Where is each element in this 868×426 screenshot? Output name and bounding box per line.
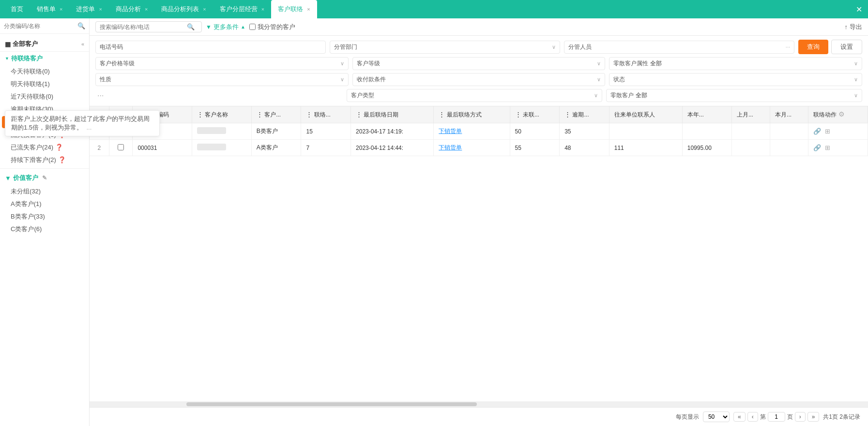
customer-type-filter[interactable]: 客户类型 ∨ bbox=[347, 89, 603, 102]
action-grid-icon[interactable]: ⊞ bbox=[825, 128, 830, 135]
sidebar-item-today-contact[interactable]: 今天待联络(0) bbox=[0, 65, 89, 78]
cell-year-amount bbox=[682, 123, 731, 140]
nav-purchase[interactable]: 进货单 × bbox=[69, 0, 108, 18]
phone-filter[interactable]: 电话号码 bbox=[95, 41, 326, 54]
sidebar-all-customers-header[interactable]: ▦ 全部客户 « bbox=[0, 37, 89, 52]
query-button[interactable]: 查询 bbox=[798, 40, 828, 54]
sidebar-collapse-btn[interactable]: « bbox=[81, 41, 84, 47]
export-btn[interactable]: ↑ 导出 bbox=[845, 23, 863, 31]
nav-home[interactable]: 首页 bbox=[4, 0, 30, 18]
action-grid-icon2[interactable]: ⊞ bbox=[825, 144, 830, 151]
action-link-icon2[interactable]: 🔗 bbox=[813, 144, 821, 151]
col-contact-person[interactable]: 往来单位联系人 bbox=[609, 106, 682, 123]
prev-page-btn[interactable]: ‹ bbox=[747, 412, 758, 422]
col-name[interactable]: ⋮ 客户名称 bbox=[192, 106, 252, 123]
filter-icon: ▼ bbox=[206, 24, 212, 30]
my-customer-checkbox[interactable] bbox=[249, 24, 256, 30]
search-input[interactable] bbox=[100, 24, 187, 30]
sidebar-search-input[interactable] bbox=[4, 23, 77, 29]
page-unit-label: 页 bbox=[787, 413, 793, 421]
table-settings-icon[interactable]: ⚙ bbox=[838, 110, 845, 118]
nav-sales[interactable]: 销售单 × bbox=[30, 0, 69, 18]
more-dots[interactable]: ··· bbox=[95, 91, 106, 100]
sidebar-item-c-class[interactable]: C类客户(6) bbox=[0, 223, 89, 235]
search-icon[interactable]: 🔍 bbox=[187, 23, 195, 30]
nav-customer-tier[interactable]: 客户分层经营 × bbox=[213, 0, 271, 18]
close-customer-tier-tab[interactable]: × bbox=[261, 0, 264, 18]
sidebar-divider bbox=[0, 168, 89, 169]
sidebar-item-ungrouped[interactable]: 未分组(32) bbox=[0, 185, 89, 198]
sidebar-item-b-class[interactable]: B类客户(33) bbox=[0, 210, 89, 223]
grid-icon: ▦ bbox=[5, 41, 11, 48]
cell-last-contact-method[interactable]: 下销货单 bbox=[434, 140, 510, 156]
col-contact-count[interactable]: ⋮ 联络... bbox=[301, 106, 351, 123]
row-checkbox-2[interactable] bbox=[118, 144, 124, 150]
action-link-icon[interactable]: 🔗 bbox=[813, 128, 821, 135]
sidebar-item-7days-contact[interactable]: 近7天待联络(0) bbox=[0, 90, 89, 103]
status-filter[interactable]: 状态 ∨ bbox=[609, 73, 862, 86]
sidebar-value-customer-group[interactable]: ▼ 价值客户 ✎ bbox=[0, 171, 89, 185]
sidebar-pending-contact-group[interactable]: ▼ 待联络客户 bbox=[0, 52, 89, 65]
price-level-filter[interactable]: 客户价格等级 ∨ bbox=[95, 57, 349, 70]
chevron-down-icon3: ∨ bbox=[340, 60, 344, 67]
col-last-contact-date[interactable]: ⋮ 最后联络日期 bbox=[351, 106, 434, 123]
cell-overdue: 48 bbox=[560, 140, 609, 156]
col-last-contact-method[interactable]: ⋮ 最后联络方式 bbox=[434, 106, 510, 123]
nature-filter[interactable]: 性质 ∨ bbox=[95, 73, 349, 86]
sidebar-item-tomorrow-contact[interactable]: 明天待联络(1) bbox=[0, 78, 89, 90]
nav-analysis[interactable]: 商品分析 × bbox=[109, 0, 154, 18]
division-dept-filter[interactable]: 分管部门 ∨ bbox=[330, 41, 560, 54]
payment-terms-filter[interactable]: 收付款条件 ∨ bbox=[352, 73, 606, 86]
more-filter-btn[interactable]: ▼ 更多条件 ▲ bbox=[206, 23, 245, 31]
customer-level-filter[interactable]: 客户等级 ∨ bbox=[352, 57, 606, 70]
col-last-month[interactable]: 上月... bbox=[731, 106, 770, 123]
chevron-down-icon5: ∨ bbox=[854, 60, 858, 67]
close-purchase-tab[interactable]: × bbox=[99, 0, 102, 18]
nav-customer-contact[interactable]: 客户联络 × bbox=[271, 0, 317, 18]
close-sales-tab[interactable]: × bbox=[60, 0, 62, 18]
sidebar-item-a-class[interactable]: A类客户(1) bbox=[0, 198, 89, 210]
retail-attr-filter[interactable]: 零散客户属性 全部 ∨ bbox=[609, 57, 862, 70]
settings-button[interactable]: 设置 bbox=[831, 40, 862, 54]
sort-icon4: ⋮ bbox=[306, 111, 312, 118]
nav-analysis-list[interactable]: 商品分析列表 × bbox=[154, 0, 213, 18]
cell-last-contact-date: 2023-04-17 14:19: bbox=[351, 123, 434, 140]
close-analysis-list-tab[interactable]: × bbox=[203, 0, 206, 18]
first-page-btn[interactable]: « bbox=[733, 412, 746, 422]
col-overdue[interactable]: ⋮ 逾期... bbox=[560, 106, 609, 123]
cell-last-month bbox=[731, 123, 770, 140]
chevron-down-icon8: ∨ bbox=[854, 76, 858, 83]
toolbar: 🔍 ▼ 更多条件 ▲ 我分管的客户 ↑ 导出 bbox=[90, 18, 868, 36]
cell-checkbox[interactable] bbox=[109, 140, 133, 156]
sidebar-item-declining[interactable]: 持续下滑客户(2) ❓ bbox=[0, 154, 89, 166]
close-all-tabs[interactable]: ✕ bbox=[856, 5, 862, 14]
retail-customer-filter[interactable]: 零散客户 全部 ∨ bbox=[606, 89, 862, 102]
sidebar-item-churned[interactable]: 已流失客户(24) ❓ bbox=[0, 141, 89, 154]
edit-icon[interactable]: ✎ bbox=[42, 175, 47, 181]
search-bar: 🔍 bbox=[95, 21, 202, 32]
table-row: 2 000031 A类客户 7 2023-04-12 14:44: 下销货单 5… bbox=[90, 140, 868, 156]
col-year-amount[interactable]: 本年... bbox=[682, 106, 731, 123]
page-input[interactable] bbox=[768, 412, 785, 422]
filter-row-2: 客户价格等级 ∨ 客户等级 ∨ 零散客户属性 全部 ∨ bbox=[95, 57, 862, 70]
col-customer-type[interactable]: ⋮ 客户... bbox=[251, 106, 301, 123]
division-person-filter[interactable]: 分管人员 ··· bbox=[564, 41, 794, 54]
per-page-select[interactable]: 50 100 200 bbox=[703, 411, 730, 422]
next-page-btn[interactable]: › bbox=[795, 412, 806, 422]
cell-last-contact-method[interactable]: 下销货单 bbox=[434, 123, 510, 140]
chevron-down-icon: ∨ bbox=[552, 44, 556, 50]
scroll-thumb[interactable] bbox=[186, 402, 477, 406]
horizontal-scrollbar[interactable] bbox=[90, 401, 868, 407]
sidebar-search-icon[interactable]: 🔍 bbox=[77, 22, 85, 29]
last-page-btn[interactable]: » bbox=[807, 412, 820, 422]
close-customer-contact-tab[interactable]: × bbox=[307, 0, 310, 18]
cell-customer-type: A类客户 bbox=[251, 140, 301, 156]
cell-contact-count: 7 bbox=[301, 140, 351, 156]
expand-icon2: ▼ bbox=[5, 175, 11, 182]
filter-row-4: ··· 客户类型 ∨ 零散客户 全部 ∨ bbox=[95, 89, 862, 102]
cell-name bbox=[192, 123, 252, 140]
close-analysis-tab[interactable]: × bbox=[145, 0, 148, 18]
col-no-contact[interactable]: ⋮ 未联... bbox=[510, 106, 560, 123]
col-this-month[interactable]: 本月... bbox=[770, 106, 808, 123]
sort-icon3: ⋮ bbox=[257, 111, 263, 118]
